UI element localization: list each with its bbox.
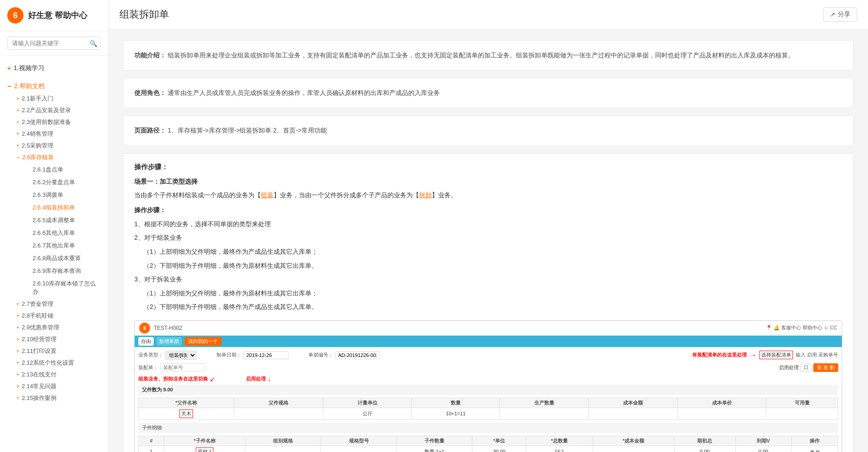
plus-icon: + <box>7 65 11 72</box>
mock-form-row1: 业务类型： 组装拆卸 制单日期： <box>138 351 838 360</box>
ops-title: 操作步骤： <box>134 163 842 171</box>
nav-list: + 1.视频学习 − 2.帮助文档 + 2.1新手入门 + 2.2产品安装及登录 <box>0 56 108 452</box>
mock-date-input[interactable] <box>243 351 288 359</box>
mock-arrow3: ↓ <box>268 376 271 383</box>
mock-field-type: 业务类型： 组装拆卸 <box>138 351 197 360</box>
step-2: 2、对于组装业务 <box>134 232 842 244</box>
lower-th-cost-amt: *成本金额 <box>593 436 674 446</box>
lower-th-grp: 组别规格 <box>245 436 321 446</box>
page-header: 组装拆卸单 ↗ 分享 <box>108 0 868 29</box>
upper-td-unit: 公斤 <box>323 408 412 419</box>
sidebar-leaf-partial-stocktake[interactable]: 2.6.2分量盘点单 <box>25 176 101 189</box>
upper-th-qty: 数量 <box>412 398 500 408</box>
mock-annotation3: 启用处理 <box>246 376 266 382</box>
sidebar-item-docs-label: 2.帮助文档 <box>14 82 45 90</box>
upper-th-cost: 成本金额 <box>589 398 678 408</box>
sidebar-item-operations[interactable]: + 2.10经营管理 <box>16 333 101 345</box>
mock-subbar: 自由 新增单据 找到我的一个 <box>135 336 842 347</box>
sidebar-item-inventory[interactable]: − 2.6库存核算 <box>16 152 101 163</box>
mock-field-bom: 装配单： <box>138 363 205 371</box>
screenshot-container: 6 TEST-H002 📍 🔔 客服中心 帮助中心 ☺ CC 自由 新增单据 找… <box>134 320 842 452</box>
plus-icon-sm: + <box>16 107 19 114</box>
plus-icon-sm: + <box>16 119 19 125</box>
sidebar-item-video[interactable]: + 1.视频学习 <box>7 62 101 75</box>
sidebar-section-docs: − 2.帮助文档 + 2.1新手入门 + 2.2产品安装及登录 + 2.3使用前… <box>0 77 108 407</box>
mock-enable-checkbox[interactable]: ☐ <box>801 364 811 371</box>
highlight-assembly: 组装 <box>261 191 274 199</box>
search-input[interactable] <box>7 37 101 50</box>
plus-icon-sm: + <box>16 360 19 366</box>
lower-td-idx-1: 1 <box>139 446 164 452</box>
mock-select-label: 选择装配清单 <box>761 352 791 357</box>
breadcrumb-card: 页面路径： 1、库存核算->库存管理->组装拆卸单 2、首页->常用功能 <box>123 115 854 146</box>
mock-confirm-btn[interactable]: 采 发 删 <box>813 363 838 372</box>
mock-arrow2: ↙ <box>210 376 215 383</box>
lower-th-unit: *单位 <box>472 436 526 446</box>
sidebar-leaf-other-out[interactable]: 2.6.7其他出库单 <box>25 239 101 252</box>
lower-th-sub-qty: 子件数量 <box>396 436 472 446</box>
step-2-1: （1）上部明细为父件明细，最终作为产成品生成其它入库单； <box>143 246 842 258</box>
sidebar-item-docs[interactable]: − 2.帮助文档 <box>7 80 101 93</box>
upper-th-unit: 计量单位 <box>323 398 412 408</box>
sidebar-item-system-settings[interactable]: + 2.12系统个性化设置 <box>16 357 101 369</box>
sidebar-leaf-assembly[interactable]: 2.6.4组装拆卸单 <box>25 201 101 214</box>
sidebar-leaf-transfer[interactable]: 2.6.3调拨单 <box>25 189 101 201</box>
breadcrumb-text: 页面路径： 1、库存核算->库存管理->组装拆卸单 2、首页->常用功能 <box>134 125 842 136</box>
sidebar-leaf-stocktake[interactable]: 2.6.1盘点单 <box>25 163 101 176</box>
operations-block: 操作步骤： 场景一：加工类型选择 当由多个子件材料组装成一个成品的业务为【组装】… <box>123 153 854 452</box>
sidebar-item-beginner[interactable]: + 2.1新手入门 <box>16 93 101 105</box>
sidebar-item-purchase[interactable]: + 2.5采购管理 <box>16 140 101 152</box>
lower-td-spec-1 <box>321 446 396 452</box>
mock-bom-input[interactable] <box>160 363 205 371</box>
sidebar-leaf-other-in[interactable]: 2.6.6其他入库单 <box>25 227 101 239</box>
mock-no-input[interactable] <box>335 351 380 359</box>
role-label: 使用角色： <box>134 89 166 96</box>
main-area: 组装拆卸单 ↗ 分享 功能介绍： 组装拆卸单用来处理企业组装或拆卸等加工业务，支… <box>108 0 868 452</box>
mock-annotation2-row: 组装业务、拆卸业务在这里切换 ↙ 启用处理 ↓ <box>138 376 838 383</box>
lower-red-name-1: 原材 1 <box>196 447 213 452</box>
sidebar-item-data-prep[interactable]: + 2.3使用前数据准备 <box>16 116 101 128</box>
type-label: 业务类型： <box>138 352 163 358</box>
sidebar-sub-docs: + 2.1新手入门 + 2.2产品安装及登录 + 2.3使用前数据准备 + 2.… <box>7 93 101 404</box>
plus-icon-sm: + <box>16 131 19 137</box>
mock-nav-btn[interactable]: 找到我的一个 <box>184 337 222 346</box>
sidebar-leaf-cost-recalc[interactable]: 2.6.8商品成本重算 <box>25 252 101 265</box>
intro-card: 功能介绍： 组装拆卸单用来处理企业组装或拆卸等加工业务，支持有固定装配清单的产品… <box>123 40 854 71</box>
sidebar-item-finance[interactable]: + 2.7资金管理 <box>16 298 101 310</box>
mock-type-select[interactable]: 组装拆卸 <box>165 351 197 360</box>
sidebar-item-cases[interactable]: + 2.15操作案例 <box>16 392 101 404</box>
breadcrumb-label: 页面路径： <box>134 127 166 134</box>
mock-upper-header: 父件数为 9.00 <box>138 385 838 395</box>
mock-tab-new: 新增单据 <box>156 337 182 346</box>
upper-th-name: *父件名称 <box>139 398 234 408</box>
sidebar-item-print[interactable]: + 2.11打印设置 <box>16 345 101 357</box>
mock-field-no: 单据编号： <box>308 351 380 359</box>
sidebar-leaf-ledger-query[interactable]: 2.6.9库存账本查询 <box>25 265 101 277</box>
upper-td-avail <box>766 408 838 419</box>
share-button[interactable]: ↗ 分享 <box>823 7 857 22</box>
sidebar-item-coupon[interactable]: + 2.9优惠券管理 <box>16 322 101 333</box>
lower-tab-label: 子件明细 <box>142 424 162 431</box>
plus-icon-sm: + <box>16 336 19 343</box>
sidebar-item-sales[interactable]: + 2.4销售管理 <box>16 128 101 140</box>
search-button[interactable]: 🔍 <box>90 40 97 47</box>
intro-label: 功能介绍： <box>134 52 166 59</box>
lower-td-total-qty-1: 16:1 <box>526 446 593 452</box>
sidebar-leaf-ledger-error[interactable]: 2.6.10库存账本错了怎么办 <box>25 277 101 298</box>
sidebar-item-mobile[interactable]: + 2.8手机旺铺 <box>16 310 101 322</box>
sidebar-leaf-cost-adjust[interactable]: 2.6.5成本调整单 <box>25 214 101 227</box>
sidebar-item-payment[interactable]: + 2.13在线支付 <box>16 369 101 381</box>
table-row: 关木 公斤 10+1=11 <box>139 408 838 419</box>
sidebar-item-install[interactable]: + 2.2产品安装及登录 <box>16 105 101 116</box>
no-label: 单据编号： <box>308 352 333 358</box>
highlight-disassembly: 拆卸 <box>419 191 432 199</box>
step-2-2: （2）下部明细为子件明细，最终作为原材料生成其它出库单。 <box>143 260 842 272</box>
upper-td-name: 关木 <box>139 408 234 419</box>
step-3: 3、对于拆装业务 <box>134 273 842 285</box>
plus-icon-sm: + <box>16 395 19 401</box>
sidebar-item-faq[interactable]: + 2.14常见问题 <box>16 381 101 392</box>
lower-td-name-1: 原材 1 <box>164 446 245 452</box>
lower-td-init-1: 0.00 <box>674 446 735 452</box>
intro-text: 功能介绍： 组装拆卸单用来处理企业组装或拆卸等加工业务，支持有固定装配清单的产品… <box>134 50 842 61</box>
upper-td-unit-cost <box>677 408 766 419</box>
